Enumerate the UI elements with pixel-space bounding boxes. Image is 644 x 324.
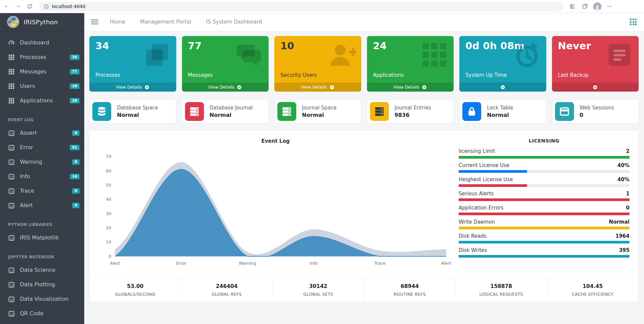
sidebar-item-messages[interactable]: Messages77 <box>0 64 84 79</box>
sidebar-item-trace[interactable]: Trace0 <box>0 184 84 198</box>
licensing-row-serious-alerts: Serious Alerts1 <box>459 191 630 201</box>
licensing-row-disk-writes: Disk Writes395 <box>459 247 630 258</box>
arrow-circle-right-icon <box>592 85 598 90</box>
sidebar-item-label: Trace <box>20 188 34 194</box>
stat-card-processes[interactable]: 34ProcessesView Details <box>89 36 176 92</box>
licensing-label: Current License Use <box>459 162 509 168</box>
calendar-icon <box>8 234 15 241</box>
view-details-link[interactable]: View Details <box>89 83 176 92</box>
licensing-row-write-daemon: Write DaemonNormal <box>459 219 630 229</box>
footer-stat-globals-second: 53.00GLOBALS/SECOND <box>90 278 181 302</box>
footer-stat-value: 53.00 <box>127 283 144 289</box>
info-card-journal-entries: Journal Entries9836 <box>367 99 454 124</box>
info-card-label: Database Journal <box>210 105 253 111</box>
view-details-link[interactable] <box>459 83 546 92</box>
progress-bar <box>459 241 630 244</box>
browser-menu-icon[interactable] <box>605 2 614 11</box>
sidebar-item-warning[interactable]: Warning0 <box>0 155 84 169</box>
back-icon[interactable] <box>2 2 11 11</box>
area-chart: 010203040506070AlertErrorWarningInfoTrac… <box>96 147 455 268</box>
stat-label: Processes <box>95 72 120 78</box>
sidebar-item-data-science[interactable]: Data Science <box>0 263 84 277</box>
svg-text:60: 60 <box>106 168 111 173</box>
footer-stat-value: 68944 <box>401 283 419 289</box>
sidebar-item-info[interactable]: Info14 <box>0 169 84 184</box>
licensing-value: 40% <box>617 162 630 168</box>
list-icon <box>605 40 634 69</box>
sidebar-item-users[interactable]: Users10 <box>0 79 84 93</box>
licensing-label: Serious Alerts <box>459 191 494 197</box>
progress-bar-fill <box>459 184 527 187</box>
view-details-link[interactable]: View Details <box>274 83 361 92</box>
sidebar-item-error[interactable]: Error61 <box>0 140 84 155</box>
apps-grid-icon[interactable] <box>630 19 637 25</box>
brand[interactable]: IRISPython <box>0 13 84 31</box>
svg-text:20: 20 <box>106 225 111 230</box>
footer-stat-global-refs: 246404GLOBAL REFS <box>181 278 273 302</box>
sidebar-item-data-visualization[interactable]: Data Visualization <box>0 292 84 306</box>
licensing-value: 0 <box>626 205 630 211</box>
grid-icon <box>8 68 15 75</box>
progress-bar-fill <box>459 198 630 201</box>
footer-stat-value: 30142 <box>309 283 327 289</box>
nav-link-home[interactable]: Home <box>110 19 125 25</box>
progress-bar-fill <box>459 227 630 229</box>
nav-link-management-portal[interactable]: Management Portal <box>140 19 191 25</box>
stat-card-applications[interactable]: 24ApplicationsView Details <box>367 36 454 92</box>
profile-avatar[interactable] <box>593 2 602 11</box>
count-badge: 0 <box>72 159 80 165</box>
progress-bar-fill <box>459 255 630 258</box>
nav-link-is-system-dashboard[interactable]: IS System Dashboard <box>206 19 262 25</box>
sidebar-item-label: Applications <box>20 97 53 104</box>
stat-card-row: 34ProcessesView Details77MessagesView De… <box>89 36 639 92</box>
count-badge: 10 <box>70 84 80 89</box>
sidebar-item-qr-code[interactable]: QR Code <box>0 306 84 321</box>
stat-label: Last Backup <box>558 72 589 78</box>
licensing-row-application-errors: Application Errors0 <box>459 205 630 215</box>
arrow-circle-right-icon <box>500 85 505 90</box>
footer-stat-label: GLOBAL REFS <box>212 292 242 297</box>
address-bar[interactable]: localhost:4040 <box>39 2 563 11</box>
sidebar-item-data-plotting[interactable]: Data Plotting <box>0 277 84 292</box>
info-card-lock-table: Lock TableNormal <box>459 99 546 124</box>
info-card-database-space: Database SpaceNormal <box>89 99 176 124</box>
count-badge: 24 <box>70 98 80 103</box>
metrics-panel: Event Log 010203040506070AlertErrorWarni… <box>89 130 639 302</box>
sidebar-item-dashboard[interactable]: Dashboard <box>0 35 84 50</box>
main-area: HomeManagement PortalIS System Dashboard… <box>84 13 644 324</box>
view-details-link[interactable] <box>552 83 639 92</box>
footer-stat-cache-efficiency: 104.45CACHE EFFICIENCY <box>547 278 639 302</box>
licensing-panel: LICENSING licensing Limit2Current Licens… <box>455 131 638 278</box>
stat-card-security-users[interactable]: 10Security UsersView Details <box>274 36 361 92</box>
count-badge: 34 <box>70 55 80 60</box>
sidebar-item-applications[interactable]: Applications24 <box>0 93 84 108</box>
favorites-icon[interactable] <box>568 2 577 11</box>
sidebar-item-processes[interactable]: Processes34 <box>0 50 84 64</box>
svg-text:70: 70 <box>106 154 111 159</box>
progress-bar <box>459 213 630 215</box>
stat-card-messages[interactable]: 77MessagesView Details <box>182 36 269 92</box>
sidebar-item-iris-matplotlib[interactable]: IRIS Matplotlib <box>0 230 84 245</box>
sidebar-item-alert[interactable]: Alert0 <box>0 198 84 213</box>
view-details-link[interactable]: View Details <box>367 83 454 92</box>
sidebar-item-assert[interactable]: Assert0 <box>0 126 84 140</box>
footer-stat-value: 104.45 <box>583 283 603 289</box>
licensing-value: 2 <box>626 148 630 154</box>
stat-card-system-up-time[interactable]: 0d 0h 08mSystem Up Time <box>459 36 546 92</box>
sidebar-item-label: Error <box>20 144 33 151</box>
sidebar-section-header: EVENT LOG <box>0 118 84 122</box>
info-card-row: Database SpaceNormalDatabase JournalNorm… <box>89 99 639 124</box>
site-info-icon[interactable] <box>44 4 49 9</box>
view-details-label: View Details <box>116 85 142 90</box>
collections-icon[interactable] <box>580 2 590 11</box>
view-details-link[interactable]: View Details <box>182 83 269 92</box>
licensing-row-current-license-use: Current License Use40% <box>459 162 630 173</box>
forward-icon[interactable] <box>13 2 23 11</box>
reload-icon[interactable] <box>25 2 34 11</box>
svg-text:0: 0 <box>109 254 111 259</box>
hamburger-menu-icon[interactable] <box>91 20 98 25</box>
server-icon <box>277 102 296 121</box>
grid-icon <box>8 97 15 104</box>
window-icon <box>555 102 574 121</box>
stat-card-last-backup[interactable]: NeverLast Backup <box>552 36 639 92</box>
